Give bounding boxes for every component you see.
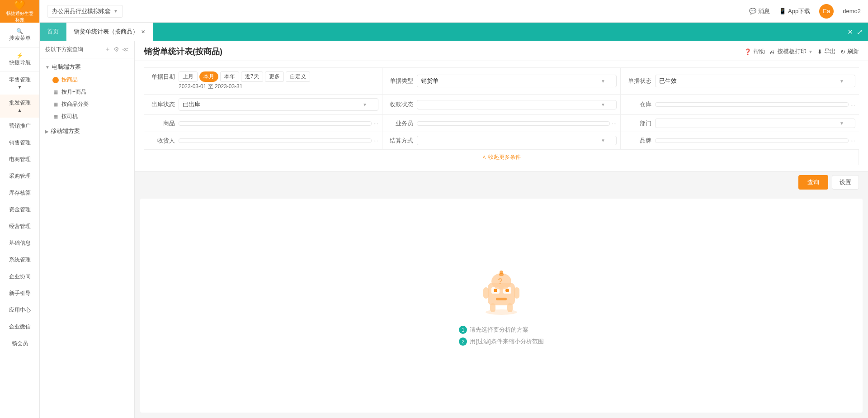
quick-nav-item[interactable]: ⚡ 快捷导航 xyxy=(0,48,39,71)
sidebar-item-enterprise[interactable]: 企业协同 xyxy=(0,268,39,285)
refresh-label: 刷新 xyxy=(847,48,859,56)
date-btn-this-year[interactable]: 本年 xyxy=(220,71,239,82)
salesman-input[interactable] xyxy=(417,121,610,126)
sidebar-item-wechat[interactable]: 企业微信 xyxy=(0,318,39,335)
sidebar-item-ecommerce[interactable]: 电商管理 xyxy=(0,151,39,168)
warehouse-input[interactable] xyxy=(655,102,849,107)
goods-input[interactable] xyxy=(179,121,372,126)
logo[interactable]: 🧡 畅捷通好生意 标账 xyxy=(0,0,39,23)
goods-dots-icon[interactable]: ··· xyxy=(373,120,378,127)
tip-2-text: 用[过滤]条件来缩小分析范围 xyxy=(470,337,543,346)
doc-type-select[interactable]: 销货单 ▼ xyxy=(417,75,617,87)
settings-button[interactable]: 设置 xyxy=(832,175,859,190)
tab-sales-stat-close-icon[interactable]: ✕ xyxy=(141,29,145,35)
download-button[interactable]: 📱 App下载 xyxy=(779,7,810,15)
doc-status-value: 已生效 xyxy=(659,77,677,85)
out-status-arrow-icon: ▼ xyxy=(363,102,367,107)
doc-type-select-wrap: 销货单 ▼ xyxy=(417,75,617,87)
tree-item-by-product[interactable]: 按商品 xyxy=(52,74,134,86)
sidebar-item-retail[interactable]: 零售管理 ▼ xyxy=(0,71,39,95)
left-panel: 按以下方案查询 ＋ ⚙ ≪ ▼ 电脑端方案 按商品 xyxy=(40,41,135,418)
date-btn-last-month[interactable]: 上月 xyxy=(179,71,198,82)
filter-actions: 查询 设置 xyxy=(135,171,868,193)
doc-type-arrow-icon: ▼ xyxy=(601,79,605,84)
collapse-panel-icon[interactable]: ≪ xyxy=(122,46,129,53)
add-scheme-icon[interactable]: ＋ xyxy=(104,45,111,53)
page-actions: ❓ 帮助 🖨 按模板打印 ▼ ⬇ 导出 ↻ 刷新 xyxy=(744,48,859,56)
brand-input[interactable] xyxy=(655,138,849,143)
receiver-input[interactable] xyxy=(179,138,372,143)
print-button[interactable]: 🖨 按模板打印 ▼ xyxy=(769,48,813,56)
brand-dots-icon[interactable]: ··· xyxy=(850,137,855,144)
sidebar-item-sales[interactable]: 销售管理 xyxy=(0,134,39,151)
salesman-dots-icon[interactable]: ··· xyxy=(612,120,617,127)
tab-home[interactable]: 首页 xyxy=(40,23,66,41)
payment-status-select[interactable]: ▼ xyxy=(417,100,617,109)
date-btn-this-month[interactable]: 本月 xyxy=(199,71,218,82)
filter-area: 单据日期 上月 本月 本年 近7天 更多 自定义 2023-03-01 至 20… xyxy=(135,61,868,171)
sidebar-item-member[interactable]: 畅会员 xyxy=(0,335,39,352)
help-button[interactable]: ❓ 帮助 xyxy=(744,48,765,56)
doc-status-select[interactable]: 已生效 ▼ xyxy=(655,75,855,87)
left-panel-icons: ＋ ⚙ ≪ xyxy=(104,45,129,53)
dept-select[interactable]: ▼ xyxy=(655,119,855,128)
date-btn-last-7-days[interactable]: 近7天 xyxy=(241,71,263,82)
tree-section: ▼ 电脑端方案 按商品 ▦ 按月+商品 ▦ 按商品分类 xyxy=(40,58,134,140)
sidebar-item-system[interactable]: 系统管理 xyxy=(0,252,39,268)
date-btn-custom[interactable]: 自定义 xyxy=(286,71,310,82)
sidebar-item-basic[interactable]: 基础信息 xyxy=(0,235,39,252)
export-button[interactable]: ⬇ 导出 xyxy=(817,48,836,56)
sidebar-item-wholesale[interactable]: 批发管理 ▲ xyxy=(0,95,39,118)
date-btn-more[interactable]: 更多 xyxy=(265,71,284,82)
download-label: App下载 xyxy=(788,7,810,15)
tip-1-text: 请先选择要分析的方案 xyxy=(470,326,528,334)
sidebar-item-appstore[interactable]: 应用中心 xyxy=(0,302,39,318)
brand-label: 品牌 xyxy=(624,137,651,145)
dept-arrow-icon: ▼ xyxy=(840,121,844,126)
user-avatar[interactable]: Ea xyxy=(819,4,834,19)
tab-close-all-icon[interactable]: ✕ xyxy=(847,28,853,36)
tab-sales-stat[interactable]: 销货单统计表（按商品） ✕ xyxy=(66,23,153,41)
tab-expand-icon[interactable]: ⤢ xyxy=(857,28,863,36)
sidebar-item-operation[interactable]: 经营管理 xyxy=(0,218,39,235)
doc-status-select-wrap: 已生效 ▼ xyxy=(655,75,855,87)
by-product-label: 按商品 xyxy=(61,76,78,84)
content: 按以下方案查询 ＋ ⚙ ≪ ▼ 电脑端方案 按商品 xyxy=(40,41,868,418)
sidebar-item-finance[interactable]: 资金管理 xyxy=(0,201,39,218)
tree-item-by-driver[interactable]: ▦ 按司机 xyxy=(52,110,134,123)
refresh-button[interactable]: ↻ 刷新 xyxy=(840,48,859,56)
tabbar-actions: ✕ ⤢ xyxy=(842,28,868,36)
settlement-select[interactable]: ▼ xyxy=(417,136,617,145)
brand-cell: 品牌 ··· xyxy=(621,132,859,149)
out-status-select[interactable]: 已出库 ▼ xyxy=(179,98,378,111)
sidebar-item-marketing[interactable]: 营销推广 xyxy=(0,118,39,134)
sidebar-item-newbie[interactable]: 新手引导 xyxy=(0,285,39,302)
message-button[interactable]: 💬 消息 xyxy=(749,7,770,15)
salesman-cell: 业务员 ··· xyxy=(382,115,621,132)
tree-item-by-month-product[interactable]: ▦ 按月+商品 xyxy=(52,86,134,98)
main-area: 办公用品行业模拟账套 ▼ 💬 消息 📱 App下载 Ea demo2 首页 销货… xyxy=(40,0,868,418)
collapse-bar[interactable]: ∧ 收起更多条件 xyxy=(144,149,859,165)
date-filter-cell: 单据日期 上月 本月 本年 近7天 更多 自定义 2023-03-01 至 20… xyxy=(144,68,382,95)
tree-parent-pc[interactable]: ▼ 电脑端方案 xyxy=(40,60,134,74)
tree-parent-mobile[interactable]: ▶ 移动端方案 xyxy=(40,124,134,138)
search-menu-item[interactable]: 🔍 搜索菜单 xyxy=(0,23,39,48)
by-month-product-label: 按月+商品 xyxy=(61,88,86,96)
receiver-dots-icon[interactable]: ··· xyxy=(373,137,378,144)
print-arrow-icon: ▼ xyxy=(808,49,813,54)
sidebar-item-purchase[interactable]: 采购管理 xyxy=(0,168,39,185)
warehouse-dots-icon[interactable]: ··· xyxy=(850,101,855,108)
tree-item-by-category[interactable]: ▦ 按商品分类 xyxy=(52,98,134,110)
empty-illustration: ? xyxy=(474,262,528,317)
sidebar-item-inventory[interactable]: 库存核算 xyxy=(0,185,39,201)
tree-arrow-pc: ▼ xyxy=(45,65,50,70)
dept-label: 部门 xyxy=(624,119,651,128)
refresh-icon: ↻ xyxy=(840,48,845,55)
receiver-cell: 收货人 ··· xyxy=(144,132,382,149)
query-button[interactable]: 查询 xyxy=(798,175,828,190)
user-name[interactable]: demo2 xyxy=(843,8,861,14)
settings-scheme-icon[interactable]: ⚙ xyxy=(113,46,119,53)
app-selector[interactable]: 办公用品行业模拟账套 ▼ xyxy=(47,5,123,18)
svg-point-13 xyxy=(500,271,503,274)
doc-type-value: 销货单 xyxy=(421,77,439,85)
